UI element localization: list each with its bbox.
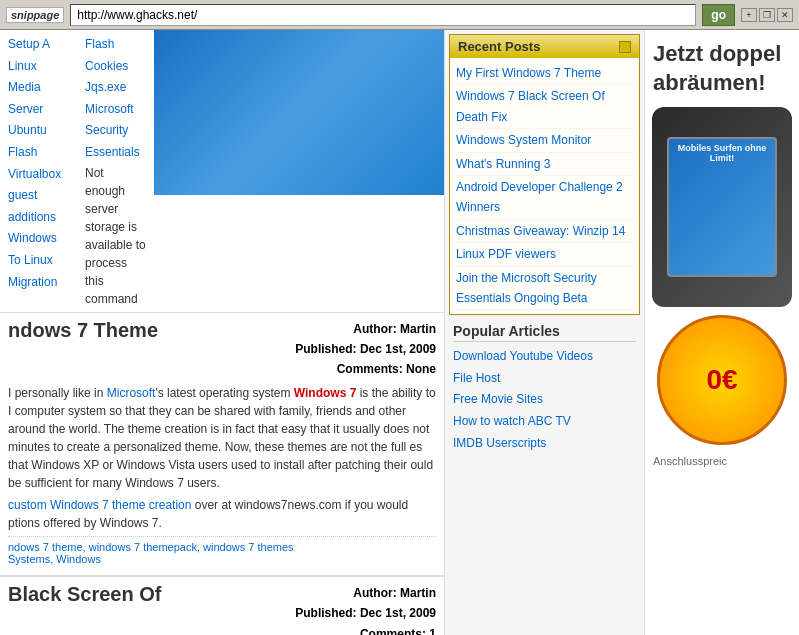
author-value: Martin	[400, 322, 436, 336]
a2-author-value: Martin	[400, 586, 436, 600]
ad-text: Jetzt doppel abräumen!	[645, 30, 799, 107]
recent-post-2[interactable]: Windows 7 Black Screen Of Death Fix	[456, 85, 633, 129]
article-2-title: Black Screen Of	[8, 583, 161, 606]
recent-posts-title: Recent Posts	[458, 39, 540, 54]
recent-post-1[interactable]: My First Windows 7 Theme	[456, 62, 633, 85]
content-area: Setup A Linux Media Server Ubuntu Flash …	[0, 30, 799, 635]
recent-post-4[interactable]: What's Running 3	[456, 153, 633, 176]
article-1-meta: Author: Martin Published: Dec 1st, 2009 …	[295, 319, 436, 380]
article-2-meta: Author: Martin Published: Dec 1st, 2009 …	[295, 583, 436, 635]
main-column: Setup A Linux Media Server Ubuntu Flash …	[0, 30, 444, 635]
nav-link-2[interactable]: Ubuntu Flash	[8, 120, 69, 163]
recent-post-3[interactable]: Windows System Monitor	[456, 129, 633, 152]
nav-link-5[interactable]: Flash Cookies	[85, 34, 146, 77]
windows7-link[interactable]: Windows 7	[294, 386, 357, 400]
minimize-button[interactable]: +	[741, 8, 757, 22]
nav-links: Setup A Linux Media Server Ubuntu Flash …	[0, 30, 444, 312]
ad-phone-screen: Mobiles Surfen ohne Limit!	[667, 137, 777, 277]
recent-posts-header: Recent Posts	[450, 35, 639, 58]
recent-post-8[interactable]: Join the Microsoft Security Essentials O…	[456, 267, 633, 311]
article-1-body: I personally like in Microsoft's latest …	[8, 384, 436, 532]
ad-badge: 0€	[657, 315, 787, 445]
body-text-2: 's latest operating system	[155, 386, 293, 400]
comments-value: None	[406, 362, 436, 376]
blue-image	[154, 30, 444, 195]
ad-phone-image: Mobiles Surfen ohne Limit!	[652, 107, 792, 307]
popular-articles-box: Popular Articles Download Youtube Videos…	[445, 319, 644, 458]
popular-article-2[interactable]: File Host	[453, 368, 636, 390]
recent-post-6[interactable]: Christmas Giveaway: Winzip 14	[456, 220, 633, 243]
a2-published-label: Published:	[295, 606, 356, 620]
article-2-title-text: Black Screen Of	[8, 583, 161, 605]
microsoft-link[interactable]: Microsoft	[107, 386, 156, 400]
comments-label: Comments:	[337, 362, 403, 376]
nav-extra-text: Not enough server storage is available t…	[85, 164, 146, 308]
ad-mobile-text: Mobiles Surfen ohne Limit!	[669, 139, 775, 167]
box-corner-icon[interactable]	[619, 41, 631, 53]
recent-post-7[interactable]: Linux PDF viewers	[456, 243, 633, 266]
custom-theme-link[interactable]: custom Windows 7 theme creation	[8, 498, 191, 512]
tag-link-2[interactable]: Systems, Windows	[8, 553, 101, 565]
go-button[interactable]: go	[702, 4, 735, 26]
window-controls: + ❒ ✕	[741, 8, 793, 22]
ad-column: Jetzt doppel abräumen! Mobiles Surfen oh…	[644, 30, 799, 635]
page-content: Setup A Linux Media Server Ubuntu Flash …	[0, 30, 444, 635]
a2-comments-label: Comments:	[360, 627, 426, 635]
nav-col-2: Flash Cookies Jqs.exe Microsoft Security…	[77, 30, 154, 312]
browser-toolbar: snippage go + ❒ ✕	[0, 0, 799, 30]
article-1-para-2: custom Windows 7 theme creation over at …	[8, 496, 436, 532]
nav-link-7[interactable]: Microsoft Security Essentials	[85, 99, 146, 164]
popular-articles-title: Popular Articles	[453, 323, 636, 342]
article-1-para-1: I personally like in Microsoft's latest …	[8, 384, 436, 492]
popular-articles-list: Download Youtube Videos File Host Free M…	[453, 346, 636, 454]
author-label: Author:	[353, 322, 396, 336]
article-2: Black Screen Of Author: Martin Published…	[0, 575, 444, 635]
a2-comments-value: 1	[429, 627, 436, 635]
popular-article-3[interactable]: Free Movie Sites	[453, 389, 636, 411]
nav-link-1[interactable]: Setup A Linux Media Server	[8, 34, 69, 120]
body-text-1: I personally like in	[8, 386, 107, 400]
close-button[interactable]: ✕	[777, 8, 793, 22]
maximize-button[interactable]: ❒	[759, 8, 775, 22]
address-bar[interactable]	[70, 4, 696, 26]
recent-posts-list: My First Windows 7 Theme Windows 7 Black…	[450, 58, 639, 314]
nav-link-3[interactable]: Virtualbox guest additions	[8, 164, 69, 229]
published-label: Published:	[295, 342, 356, 356]
tag-link-1[interactable]: ndows 7 theme, windows 7 themepack, wind…	[8, 541, 294, 553]
popular-article-1[interactable]: Download Youtube Videos	[453, 346, 636, 368]
nav-link-4[interactable]: Windows To Linux Migration	[8, 228, 69, 293]
article-1-title: ndows 7 Theme	[8, 319, 158, 342]
nav-col-1: Setup A Linux Media Server Ubuntu Flash …	[0, 30, 77, 312]
popular-article-4[interactable]: How to watch ABC TV	[453, 411, 636, 433]
published-value: Dec 1st, 2009	[360, 342, 436, 356]
article-1-title-text: ndows 7 Theme	[8, 319, 158, 341]
article-1-tags: ndows 7 theme, windows 7 themepack, wind…	[8, 536, 436, 569]
popular-article-5[interactable]: IMDB Userscripts	[453, 433, 636, 455]
right-sidebar: Recent Posts My First Windows 7 Theme Wi…	[444, 30, 644, 635]
browser-logo: snippage	[6, 7, 64, 23]
article-1: ndows 7 Theme Author: Martin Published: …	[0, 312, 444, 575]
recent-posts-box: Recent Posts My First Windows 7 Theme Wi…	[449, 34, 640, 315]
body-text-3: is the ability to I computer system so t…	[8, 386, 436, 490]
a2-author-label: Author:	[353, 586, 396, 600]
a2-published-value: Dec 1st, 2009	[360, 606, 436, 620]
ad-small-text: Anschlusspreic	[645, 453, 799, 469]
nav-link-6[interactable]: Jqs.exe	[85, 77, 146, 99]
recent-post-5[interactable]: Android Developer Challenge 2 Winners	[456, 176, 633, 220]
